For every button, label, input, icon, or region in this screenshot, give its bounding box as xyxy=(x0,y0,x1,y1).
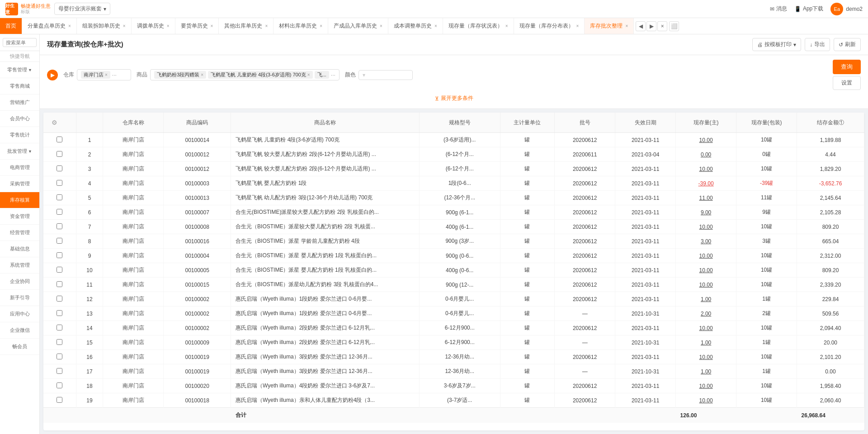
row-expand[interactable] xyxy=(43,249,76,263)
row-qty-main[interactable]: 10.00 xyxy=(676,133,736,147)
tab-close-icon[interactable]: × xyxy=(265,24,268,28)
tab-close-icon[interactable]: × xyxy=(625,24,628,28)
sidebar-item-enterprise[interactable]: 企业协同 xyxy=(0,274,39,290)
row-qty-main[interactable]: 10.00 xyxy=(676,321,736,335)
row-checkbox[interactable] xyxy=(57,238,62,244)
row-qty-main[interactable]: 10.00 xyxy=(676,249,736,263)
tab-close-icon[interactable]: × xyxy=(576,24,579,28)
sidebar-item-operation[interactable]: 经营管理 xyxy=(0,225,39,241)
sidebar-item-finance[interactable]: 资金管理 xyxy=(0,208,39,225)
more-product-dots[interactable]: ··· xyxy=(331,72,335,78)
tab-inventory-dist[interactable]: 现存量（库存分布表） × xyxy=(514,18,585,34)
app-download-action[interactable]: 📱 App下载 xyxy=(794,5,823,13)
row-qty-main[interactable]: 10.00 xyxy=(676,278,736,292)
nav-maximize[interactable]: ⬜ xyxy=(669,21,679,31)
row-qty-main[interactable]: 10.00 xyxy=(676,220,736,234)
row-qty-main[interactable]: 1.00 xyxy=(676,292,736,307)
row-expand[interactable] xyxy=(43,292,76,307)
tag-close-icon[interactable]: × xyxy=(307,72,310,77)
tab-inventory-status[interactable]: 现存量（库存状况表） × xyxy=(443,18,514,34)
sidebar-item-basic[interactable]: 基础信息 xyxy=(0,241,39,257)
export-button[interactable]: ↓ 导出 xyxy=(805,38,830,51)
tab-transfer-history[interactable]: 调拨单历史 × xyxy=(132,18,175,34)
row-expand[interactable] xyxy=(43,335,76,350)
row-checkbox[interactable] xyxy=(57,339,62,345)
tab-close-icon[interactable]: × xyxy=(167,24,170,28)
sidebar-item-member[interactable]: 会员中心 xyxy=(0,111,39,127)
tab-close-icon[interactable]: × xyxy=(505,24,508,28)
tab-close-icon[interactable]: × xyxy=(123,24,126,28)
tab-material-out-history[interactable]: 材料出库单历史 × xyxy=(274,18,328,34)
sidebar-item-ecommerce[interactable]: 电商管理 xyxy=(0,160,39,176)
message-action[interactable]: ✉ 消息 xyxy=(770,5,787,13)
search-input[interactable] xyxy=(3,38,37,47)
row-checkbox[interactable] xyxy=(57,209,62,215)
row-checkbox[interactable] xyxy=(57,397,62,403)
sidebar-item-app-center[interactable]: 应用中心 xyxy=(0,306,39,322)
sidebar-item-retail[interactable]: 零售管理 ▼ xyxy=(0,62,39,78)
row-expand[interactable] xyxy=(43,393,76,408)
tab-split-inventory[interactable]: 分量盘点单历史 × xyxy=(22,18,77,34)
sidebar-item-purchase[interactable]: 采购管理 xyxy=(0,176,39,192)
settings-icon[interactable]: ⚙ xyxy=(48,116,61,129)
row-checkbox[interactable] xyxy=(57,354,62,359)
tag-close-icon[interactable]: × xyxy=(201,72,203,77)
tab-product-in-history[interactable]: 产成品入库单历史 × xyxy=(328,18,388,34)
row-checkbox[interactable] xyxy=(57,151,62,157)
tab-cost-adjust-history[interactable]: 成本调整单历史 × xyxy=(388,18,443,34)
row-qty-main[interactable]: 2.00 xyxy=(676,307,736,321)
row-qty-main[interactable]: 10.00 xyxy=(676,162,736,176)
row-qty-main[interactable]: -39.00 xyxy=(676,176,736,191)
warehouse-tag-group[interactable]: 南岸门店 × ··· xyxy=(77,69,131,80)
row-checkbox[interactable] xyxy=(57,137,62,142)
nav-prev-arrow[interactable]: ◀ xyxy=(636,21,646,31)
template-print-button[interactable]: 🖨 按模板打印 ▾ xyxy=(752,38,801,51)
row-checkbox[interactable] xyxy=(57,368,62,374)
user-menu[interactable]: Ea demo2 xyxy=(830,3,863,15)
sidebar-item-wechat[interactable]: 企业微信 xyxy=(0,322,39,339)
tag-close-icon[interactable]: × xyxy=(105,72,108,77)
tab-disassemble-history[interactable]: 组装拆卸单历史 × xyxy=(77,18,132,34)
setting-button[interactable]: 设置 xyxy=(833,76,861,90)
row-checkbox[interactable] xyxy=(57,281,62,287)
nav-close-all[interactable]: × xyxy=(657,21,667,31)
row-qty-main[interactable]: 10.00 xyxy=(676,393,736,408)
sidebar-item-system[interactable]: 系统管理 xyxy=(0,257,39,274)
row-qty-main[interactable]: 11.00 xyxy=(676,191,736,205)
row-checkbox[interactable] xyxy=(57,382,62,388)
row-expand[interactable] xyxy=(43,364,76,379)
tab-requisition-history[interactable]: 要货单历史 × xyxy=(175,18,219,34)
tab-close-icon[interactable]: × xyxy=(211,24,213,28)
sidebar-item-wholesale[interactable]: 批发管理 ▼ xyxy=(0,143,39,160)
nav-next-arrow[interactable]: ▶ xyxy=(646,21,656,31)
row-expand[interactable] xyxy=(43,263,76,278)
tab-close-icon[interactable]: × xyxy=(320,24,322,28)
row-checkbox[interactable] xyxy=(57,325,62,330)
product-tag-group[interactable]: 飞鹤奶粉3段丙赠装 × 飞鹤星飞帆 儿童奶粉 4段(3-6岁适用) 700克 ×… xyxy=(150,69,340,80)
sidebar-item-retail-stats[interactable]: 零售统计 xyxy=(0,127,39,143)
row-expand[interactable] xyxy=(43,307,76,321)
row-qty-main[interactable]: 10.00 xyxy=(676,379,736,393)
row-checkbox[interactable] xyxy=(57,296,62,302)
row-expand[interactable] xyxy=(43,350,76,364)
row-expand[interactable] xyxy=(43,379,76,393)
row-checkbox[interactable] xyxy=(57,165,62,171)
tab-close-icon[interactable]: × xyxy=(380,24,382,28)
row-expand[interactable] xyxy=(43,162,76,176)
row-checkbox[interactable] xyxy=(57,252,62,258)
tab-close-icon[interactable]: × xyxy=(434,24,437,28)
row-expand[interactable] xyxy=(43,205,76,220)
row-expand[interactable] xyxy=(43,191,76,205)
sidebar-item-guide[interactable]: 新手引导 xyxy=(0,290,39,306)
sidebar-item-retail-shop[interactable]: 零售商城 xyxy=(0,78,39,94)
row-expand[interactable] xyxy=(43,278,76,292)
row-checkbox[interactable] xyxy=(57,180,62,186)
row-qty-main[interactable]: 1.00 xyxy=(676,335,736,350)
tab-close-icon[interactable]: × xyxy=(68,24,71,28)
row-checkbox[interactable] xyxy=(57,194,62,200)
row-expand[interactable] xyxy=(43,220,76,234)
expand-more-btn[interactable]: ⊻ 展开更多条件 xyxy=(435,94,473,102)
row-checkbox[interactable] xyxy=(57,310,62,316)
sidebar-item-inventory[interactable]: 库存核算 xyxy=(0,192,39,208)
color-filter-group[interactable]: ▾ xyxy=(359,70,413,80)
